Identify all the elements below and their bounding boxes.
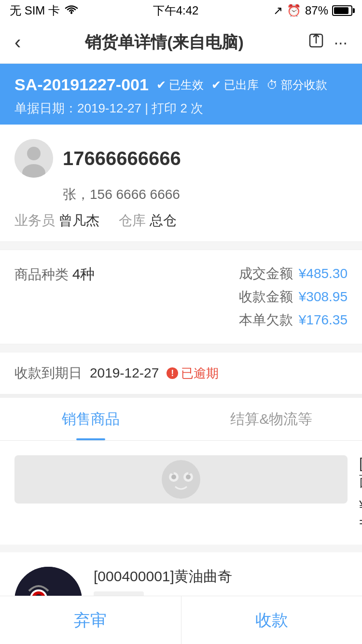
arrears-label: 本单欠款 [239, 311, 293, 329]
due-section: 收款到期日 2019-12-27 ! 已逾期 [0, 352, 362, 398]
customer-phone: 17666666666 [63, 148, 181, 169]
nav-bar: ‹ 销货单详情(来自电脑) ··· [0, 21, 362, 64]
status-right: ↗ ⏰ 87% [273, 4, 352, 17]
share-button[interactable] [308, 32, 324, 53]
summary-section: 商品种类 4种 成交金额 ¥485.30 收款金额 ¥308.95 本单欠款 ¥… [0, 250, 362, 344]
sales-label: 业务员 [14, 211, 55, 230]
header-banner: SA-20191227-001 ✔ 已生效 ✔ 已出库 ⏱ 部分收款 单据日期：… [0, 64, 362, 125]
svg-point-9 [186, 475, 191, 479]
summary-right: 成交金额 ¥485.30 收款金额 ¥308.95 本单欠款 ¥176.35 [239, 265, 348, 329]
alarm-icon: ⏰ [287, 4, 301, 17]
due-label: 收款到期日 [14, 364, 82, 382]
amount-label: 成交金额 [239, 265, 293, 283]
status-left: 无 SIM 卡 [10, 3, 78, 18]
tab-products[interactable]: 销售商品 [0, 398, 181, 440]
banner-top: SA-20191227-001 ✔ 已生效 ✔ 已出库 ⏱ 部分收款 [14, 75, 348, 94]
status-active: ✔ 已生效 [156, 77, 204, 93]
location-icon: ↗ [273, 4, 283, 17]
battery-text: 87% [305, 4, 328, 17]
amount-value: ¥485.30 [299, 266, 348, 281]
check-icon-active: ✔ [156, 78, 166, 92]
warehouse-value: 总仓 [150, 211, 177, 230]
svg-point-3 [27, 147, 41, 160]
banner-date: 单据日期：2019-12-27 | 打印 2 次 [14, 100, 348, 117]
product-thumb-1 [14, 455, 348, 504]
product-price-1: ¥40 x 5 袋 = ¥199.99 [359, 496, 362, 530]
warehouse-label: 仓库 [119, 211, 146, 230]
customer-top: 17666666666 [14, 139, 348, 178]
nav-actions: ··· [308, 32, 348, 53]
more-button[interactable]: ··· [334, 33, 348, 52]
status-shipped: ✔ 已出库 [211, 77, 259, 93]
product-item-1: [0000002]面包 ¥40 x 5 袋 = ¥199.99 [0, 441, 362, 545]
overdue-text: 已逾期 [181, 365, 219, 382]
product-name-2: [000400001]黄油曲奇 [94, 567, 348, 587]
customer-meta: 业务员 曾凡杰 仓库 总仓 [14, 211, 348, 230]
wifi-icon [65, 4, 78, 17]
summary-left: 商品种类 4种 [14, 265, 95, 284]
battery-icon [332, 5, 352, 16]
abandon-button[interactable]: 弃审 [0, 596, 181, 644]
arrears-row: 本单欠款 ¥176.35 [239, 311, 348, 329]
customer-section: 17666666666 张，156 6666 6666 业务员 曾凡杰 仓库 总… [0, 125, 362, 242]
tab-settlement[interactable]: 结算&物流等 [181, 398, 362, 440]
tabs: 销售商品 结算&物流等 [0, 398, 362, 441]
arrears-value: ¥176.35 [299, 312, 348, 328]
collected-label: 收款金额 [239, 288, 293, 306]
amount-row: 成交金额 ¥485.30 [239, 265, 348, 283]
customer-name: 张，156 6666 6666 [63, 185, 348, 204]
collected-value: ¥308.95 [299, 289, 348, 305]
svg-point-5 [162, 460, 200, 499]
product-info-1: [0000002]面包 ¥40 x 5 袋 = ¥199.99 [359, 455, 362, 530]
overdue-icon: ! [167, 367, 178, 379]
carrier-text: 无 SIM 卡 [10, 3, 60, 18]
sales-value: 曾凡杰 [59, 211, 99, 230]
collected-row: 收款金额 ¥308.95 [239, 288, 348, 306]
order-id: SA-20191227-001 [14, 75, 149, 94]
collect-button[interactable]: 收款 [181, 596, 362, 644]
page-title: 销货单详情(来自电脑) [85, 31, 244, 54]
overdue-badge: ! 已逾期 [167, 365, 219, 382]
status-bar: 无 SIM 卡 下午4:42 ↗ ⏰ 87% [0, 0, 362, 21]
avatar [14, 139, 53, 178]
bottom-bar: 弃审 收款 [0, 596, 362, 644]
summary-row: 商品种类 4种 成交金额 ¥485.30 收款金额 ¥308.95 本单欠款 ¥… [14, 265, 348, 329]
type-value: 4种 [72, 266, 95, 282]
type-label: 商品种类 [14, 267, 69, 282]
clock-icon: ⏱ [266, 78, 278, 92]
svg-point-0 [70, 12, 72, 14]
due-date: 2019-12-27 [90, 365, 159, 381]
svg-point-8 [171, 475, 176, 479]
back-button[interactable]: ‹ [14, 31, 21, 53]
status-time: 下午4:42 [153, 3, 199, 18]
status-partial: ⏱ 部分收款 [266, 77, 327, 93]
check-icon-shipped: ✔ [211, 78, 221, 92]
product-name-1: [0000002]面包 [359, 455, 362, 491]
